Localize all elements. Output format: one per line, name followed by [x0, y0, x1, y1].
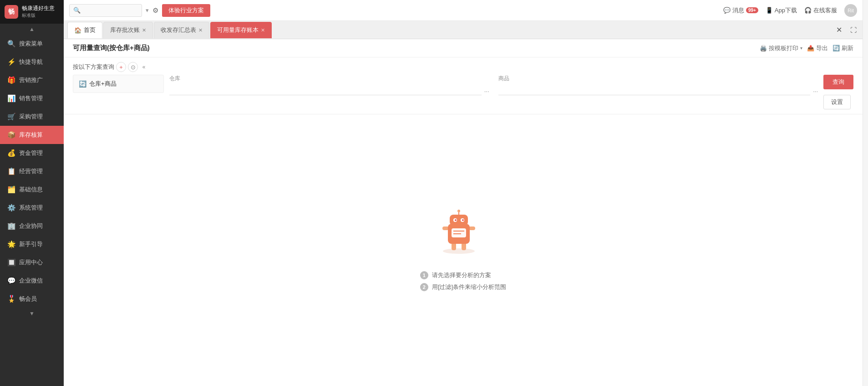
export-button[interactable]: 📤 导出	[807, 44, 828, 52]
topbar-dropdown-icon[interactable]: ▾	[146, 7, 149, 14]
tabs-close-button[interactable]: ✕	[833, 25, 844, 36]
warehouse-input[interactable]	[169, 84, 482, 95]
svg-point-15	[457, 210, 460, 212]
phone-icon: 📱	[766, 7, 773, 14]
sidebar-item-finance-label: 资金管理	[19, 149, 43, 157]
refresh-button[interactable]: 🔄 刷新	[832, 44, 853, 52]
filter-scheme-label: 按以下方案查询 + ⊙ «	[73, 62, 164, 72]
message-icon: 💬	[723, 7, 731, 14]
filter-add-buttons: + ⊙ «	[116, 62, 148, 72]
marketing-icon: 🎁	[7, 76, 15, 84]
sidebar-item-basic[interactable]: 🗂️ 基础信息	[0, 180, 64, 199]
guide-icon: 🌟	[7, 240, 15, 248]
tab-batch-account[interactable]: 库存批次账 ✕	[103, 22, 153, 38]
sidebar-item-search[interactable]: 🔍 搜索菜单	[0, 35, 64, 53]
purchase-icon: 🛒	[7, 113, 15, 121]
sidebar-item-system[interactable]: ⚙️ 系统管理	[0, 199, 64, 217]
query-button[interactable]: 查询	[823, 75, 853, 89]
right-scrollbar[interactable]	[863, 0, 868, 386]
sidebar-item-operation[interactable]: 📋 经营管理	[0, 162, 64, 180]
scheme-item-warehouse-product[interactable]: 🔄 仓库+商品	[73, 77, 163, 91]
hint-num-1: 1	[420, 271, 428, 279]
sidebar-item-system-label: 系统管理	[19, 204, 43, 212]
refresh-icon: 🔄	[832, 45, 840, 51]
svg-rect-6	[452, 228, 466, 237]
sidebar-scroll-up[interactable]: ▲	[0, 24, 64, 35]
topbar-search-icon: 🔍	[73, 7, 81, 14]
topbar-search-box[interactable]: 🔍	[69, 4, 142, 17]
message-badge: 99+	[746, 7, 758, 13]
tab-available-ledger-close[interactable]: ✕	[261, 27, 265, 33]
sidebar-item-enterprise-label: 企业协同	[19, 222, 43, 230]
product-more-btn[interactable]: ...	[813, 87, 818, 93]
sidebar-item-enterprise[interactable]: 🏢 企业协同	[0, 217, 64, 235]
filter-scheme-list: 🔄 仓库+商品	[73, 75, 164, 93]
sidebar-item-app-center[interactable]: 🔲 应用中心	[0, 253, 64, 272]
user-avatar[interactable]: Rit	[844, 4, 857, 17]
system-icon: ⚙️	[7, 204, 15, 212]
sidebar-header: 畅 畅康通好生意 标准版	[0, 0, 64, 24]
filter-settings-button[interactable]: ⊙	[128, 62, 138, 72]
industry-solution-button[interactable]: 体验行业方案	[162, 4, 210, 17]
refresh-label: 刷新	[842, 44, 853, 52]
enterprise-icon: 🏢	[7, 222, 15, 230]
hint-num-2: 2	[420, 283, 428, 291]
sidebar-item-guide-label: 新手引导	[19, 240, 43, 248]
app-center-icon: 🔲	[7, 258, 15, 267]
topbar-message-item[interactable]: 💬 消息 99+	[723, 6, 758, 15]
export-icon: 📤	[807, 45, 814, 51]
sidebar-item-wechat[interactable]: 💬 企业微信	[0, 272, 64, 290]
tabs-expand-button[interactable]: ⛶	[848, 25, 859, 36]
filter-action-area: 查询 设置	[823, 62, 853, 109]
scheme-item-label: 仓库+商品	[89, 80, 117, 88]
settings-button[interactable]: 设置	[823, 95, 851, 109]
sidebar-item-sales-label: 销售管理	[19, 94, 43, 103]
sidebar-scroll-area: ▲ 🔍 搜索菜单 ⚡ 快捷导航 🎁 营销推广 📊 销售管理 🛒 采购管理 📦 库…	[0, 24, 64, 386]
product-input[interactable]	[498, 84, 811, 95]
user-name: Rit	[848, 8, 853, 13]
tab-available-ledger[interactable]: 可用量库存账本 ✕	[210, 22, 272, 38]
empty-state-area: 1 请先选择要分析的方案 2 用[过滤]条件来缩小分析范围	[64, 114, 863, 386]
tab-collect-summary[interactable]: 收发存汇总表 ✕	[154, 22, 209, 38]
sidebar-item-search-label: 搜索菜单	[19, 40, 43, 48]
topbar-service-label: 在线客服	[813, 6, 837, 15]
svg-rect-9	[450, 215, 468, 226]
sidebar: 畅 畅康通好生意 标准版 ▲ 🔍 搜索菜单 ⚡ 快捷导航 🎁 营销推广 📊 销售…	[0, 0, 64, 386]
topbar-app-item[interactable]: 📱 App下载	[766, 6, 797, 15]
warehouse-more-btn[interactable]: ...	[484, 87, 489, 93]
empty-hint-2-text: 用[过滤]条件来缩小分析范围	[432, 283, 506, 291]
svg-rect-4	[469, 226, 475, 230]
sidebar-item-purchase[interactable]: 🛒 采购管理	[0, 108, 64, 126]
print-dropdown-icon[interactable]: ▾	[800, 46, 802, 51]
sales-icon: 📊	[7, 94, 15, 103]
filter-fields-row: 仓库 ... 商品 ...	[169, 62, 818, 95]
sidebar-item-marketing[interactable]: 🎁 营销推广	[0, 71, 64, 89]
print-icon: 🖨️	[760, 45, 767, 51]
topbar-right-area: 💬 消息 99+ 📱 App下载 🎧 在线客服 Rit	[723, 4, 857, 17]
sidebar-item-guide[interactable]: 🌟 新手引导	[0, 235, 64, 253]
sidebar-subtitle: 标准版	[22, 12, 55, 19]
page-header: 可用量查询(按仓库+商品) 🖨️ 按模板打印 ▾ 📤 导出 🔄 刷新	[64, 39, 863, 57]
svg-point-12	[455, 219, 457, 221]
sidebar-item-sales[interactable]: 📊 销售管理	[0, 89, 64, 108]
sidebar-item-inventory[interactable]: 📦 库存核算	[0, 126, 64, 144]
sidebar-item-operation-label: 经营管理	[19, 167, 43, 175]
sidebar-scroll-down[interactable]: ▼	[0, 308, 64, 319]
filter-add-button[interactable]: +	[116, 62, 126, 72]
tab-home[interactable]: 🏠 首页	[67, 22, 102, 38]
shortcut-icon: ⚡	[7, 58, 15, 66]
page-header-actions: 🖨️ 按模板打印 ▾ 📤 导出 🔄 刷新	[760, 44, 853, 52]
tab-batch-account-label: 库存批次账	[110, 26, 140, 34]
tab-collect-summary-close[interactable]: ✕	[198, 27, 203, 33]
print-button[interactable]: 🖨️ 按模板打印 ▾	[760, 44, 802, 52]
filter-collapse-button[interactable]: «	[140, 63, 148, 71]
tab-batch-account-close[interactable]: ✕	[142, 27, 146, 33]
sidebar-item-member[interactable]: 🎖️ 畅会员	[0, 290, 64, 308]
topbar-service-item[interactable]: 🎧 在线客服	[804, 6, 837, 15]
sidebar-item-finance[interactable]: 💰 资金管理	[0, 144, 64, 162]
sidebar-item-shortcut[interactable]: ⚡ 快捷导航	[0, 53, 64, 71]
topbar-gear-icon[interactable]: ⚙	[152, 6, 158, 15]
warehouse-field-label: 仓库	[169, 75, 489, 82]
sidebar-item-wechat-label: 企业微信	[19, 277, 43, 285]
export-label: 导出	[816, 44, 828, 52]
